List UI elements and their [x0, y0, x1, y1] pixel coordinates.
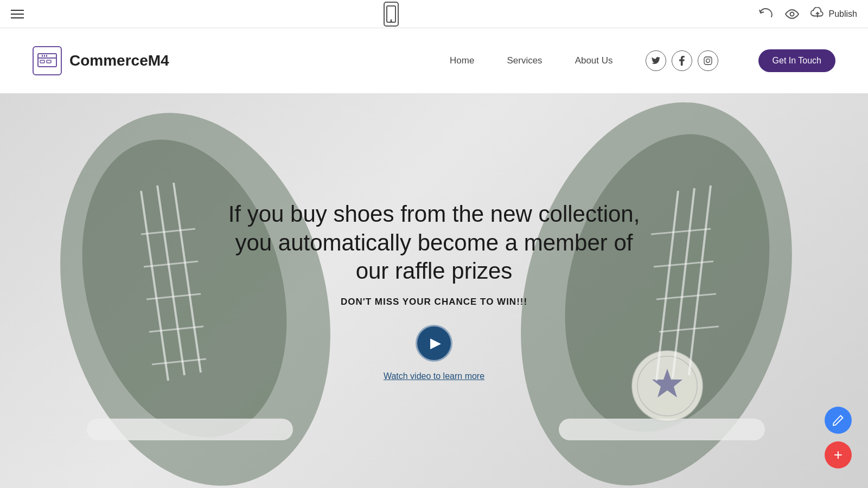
logo-icon [33, 46, 62, 75]
cloud-icon [810, 7, 825, 21]
undo-icon[interactable] [758, 8, 774, 21]
publish-button[interactable]: Publish [810, 7, 857, 21]
toolbar-center [384, 2, 399, 27]
svg-point-12 [706, 59, 710, 63]
get-in-touch-button[interactable]: Get In Touch [758, 49, 835, 72]
hamburger-menu[interactable] [11, 10, 24, 18]
hero-subtitle: DON'T MISS YOUR CHANCE TO WIN!!! [217, 297, 651, 307]
preview-eye-icon[interactable] [784, 9, 800, 20]
hero-title: If you buy shoes from the new collection… [217, 200, 651, 286]
toolbar-left [11, 10, 24, 18]
svg-rect-6 [40, 60, 44, 63]
nav-about-us[interactable]: About Us [575, 55, 613, 66]
svg-rect-11 [704, 57, 712, 65]
play-button[interactable]: ▶ [416, 325, 452, 362]
watch-video-link[interactable]: Watch video to learn more [217, 371, 651, 381]
social-links [646, 50, 718, 71]
svg-point-1 [390, 19, 392, 21]
svg-point-13 [710, 58, 710, 59]
logo-text: CommerceM4 [69, 52, 169, 69]
svg-point-2 [790, 12, 794, 16]
mobile-preview-button[interactable] [384, 2, 399, 27]
twitter-button[interactable] [646, 50, 666, 71]
instagram-button[interactable] [698, 50, 718, 71]
svg-rect-16 [87, 419, 293, 440]
hero-section: If you buy shoes from the new collection… [0, 93, 868, 488]
nav-home[interactable]: Home [450, 55, 474, 66]
fab-add-button[interactable]: + [825, 441, 852, 468]
website-canvas: CommerceM4 Home Services About Us [0, 28, 868, 488]
hero-content: If you buy shoes from the new collection… [217, 200, 651, 381]
fab-edit-button[interactable] [825, 407, 852, 434]
toolbar-right: Publish [758, 7, 857, 21]
svg-rect-7 [47, 60, 51, 63]
facebook-button[interactable] [672, 50, 692, 71]
publish-label: Publish [829, 9, 857, 19]
svg-rect-27 [559, 419, 765, 440]
site-nav-links: Home Services About Us [450, 49, 835, 72]
site-logo: CommerceM4 [33, 46, 169, 75]
play-icon: ▶ [430, 335, 441, 351]
toolbar: Publish [0, 0, 868, 28]
site-navigation: CommerceM4 Home Services About Us [0, 28, 868, 93]
plus-icon: + [834, 446, 843, 464]
nav-services[interactable]: Services [507, 55, 542, 66]
